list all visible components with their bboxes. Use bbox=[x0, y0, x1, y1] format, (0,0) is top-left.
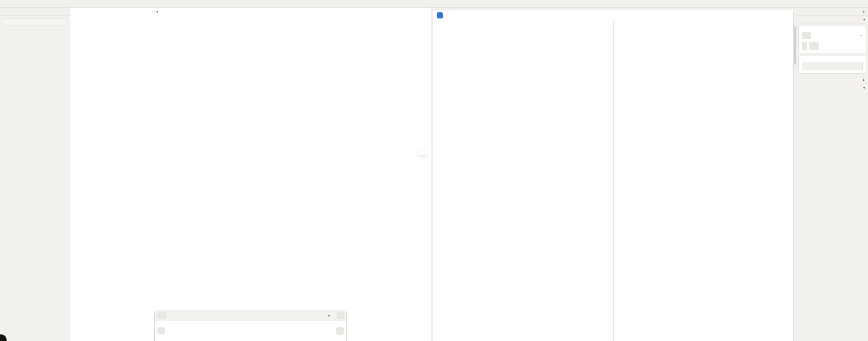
latest-version-button[interactable] bbox=[337, 312, 344, 319]
status-dot bbox=[156, 11, 158, 13]
section-label-active bbox=[0, 26, 70, 30]
diff-old-column bbox=[433, 21, 613, 341]
chat-transcript bbox=[154, 8, 347, 13]
section-changes[interactable]: ▸ bbox=[796, 8, 868, 16]
composer-status-bar bbox=[155, 310, 346, 320]
triangle-down-icon: ▾ bbox=[863, 86, 865, 90]
send-button[interactable] bbox=[336, 327, 344, 335]
composer-card bbox=[154, 310, 347, 341]
files-changed-button[interactable] bbox=[157, 312, 166, 319]
search-input[interactable] bbox=[3, 18, 67, 26]
notes-placeholder bbox=[796, 92, 868, 98]
diff-header bbox=[433, 10, 793, 21]
right-sidebar: ▸ ▾ ↑ ··· bbox=[796, 8, 868, 341]
more-menu-icon[interactable]: ··· bbox=[857, 33, 863, 38]
pr-options-button[interactable] bbox=[809, 42, 819, 50]
chat-panel bbox=[70, 8, 431, 341]
top-bar bbox=[0, 0, 868, 8]
open-pull-request-button[interactable] bbox=[802, 42, 807, 50]
commits-ahead[interactable]: ↑ bbox=[850, 33, 854, 38]
section-notes[interactable]: ▾ bbox=[796, 84, 868, 92]
section-git[interactable]: ▾ bbox=[796, 16, 868, 24]
diff-new-column bbox=[613, 21, 794, 341]
triangle-right-icon: ▸ bbox=[863, 10, 865, 13]
diff-scrollbar bbox=[794, 10, 796, 341]
diff-area bbox=[431, 8, 796, 341]
branch-select[interactable] bbox=[802, 32, 811, 39]
floating-toolbar bbox=[418, 151, 426, 155]
triangle-down-icon: ▾ bbox=[863, 18, 865, 22]
diff-card bbox=[433, 10, 794, 341]
scrollbar-thumb[interactable] bbox=[794, 27, 796, 65]
triangle-right-icon: ▸ bbox=[863, 78, 865, 82]
workspaces-sidebar bbox=[0, 8, 70, 341]
working-branch-card bbox=[798, 56, 866, 73]
working-branch-input[interactable] bbox=[802, 62, 863, 70]
section-terminal[interactable]: ▸ bbox=[796, 76, 868, 84]
todo-activity-dot bbox=[328, 315, 330, 316]
typescript-badge bbox=[437, 12, 443, 19]
view-archive-button[interactable] bbox=[0, 333, 70, 341]
git-card: ↑ ··· bbox=[798, 26, 866, 53]
message-input[interactable] bbox=[155, 320, 346, 325]
mode-select[interactable] bbox=[157, 327, 165, 334]
diff-body bbox=[433, 21, 793, 341]
